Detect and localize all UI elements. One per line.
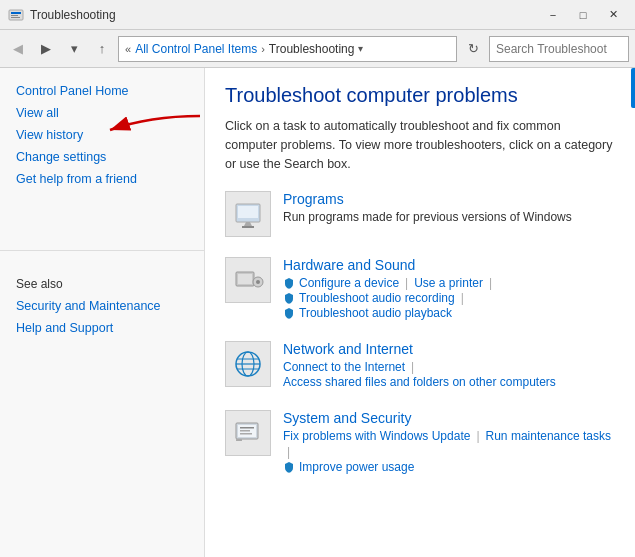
svg-rect-9 bbox=[242, 226, 254, 228]
power-usage-link[interactable]: Improve power usage bbox=[299, 460, 414, 474]
network-icon bbox=[225, 341, 271, 387]
window-icon bbox=[8, 7, 24, 23]
title-bar: Troubleshooting − □ ✕ bbox=[0, 0, 635, 30]
svg-marker-8 bbox=[244, 222, 252, 226]
programs-info: Programs Run programs made for previous … bbox=[283, 191, 572, 224]
sidebar-item-help[interactable]: Help and Support bbox=[0, 317, 204, 339]
content-area: Troubleshoot computer problems Click on … bbox=[205, 68, 635, 557]
windows-update-link[interactable]: Fix problems with Windows Update bbox=[283, 429, 470, 443]
connect-internet-link[interactable]: Connect to the Internet bbox=[283, 360, 405, 374]
sidebar-divider bbox=[0, 250, 204, 251]
shared-files-link[interactable]: Access shared files and folders on other… bbox=[283, 375, 556, 389]
hardware-link-row-2: Troubleshoot audio recording | bbox=[283, 291, 496, 305]
category-network: Network and Internet Connect to the Inte… bbox=[225, 341, 615, 390]
address-bar: ◀ ▶ ▾ ↑ « All Control Panel Items › Trou… bbox=[0, 30, 635, 68]
category-programs: Programs Run programs made for previous … bbox=[225, 191, 615, 237]
sidebar-item-view-all[interactable]: View all bbox=[0, 102, 204, 124]
breadcrumb-dropdown-icon[interactable]: ▾ bbox=[358, 43, 363, 54]
sidebar-item-view-history[interactable]: View history bbox=[0, 124, 204, 146]
hardware-link-row-3: Troubleshoot audio playback bbox=[283, 306, 496, 320]
sep2: | bbox=[489, 276, 492, 290]
network-links: Connect to the Internet | Access shared … bbox=[283, 360, 556, 389]
title-bar-controls: − □ ✕ bbox=[539, 5, 627, 25]
sep6: | bbox=[287, 445, 290, 459]
audio-recording-link[interactable]: Troubleshoot audio recording bbox=[299, 291, 455, 305]
svg-rect-1 bbox=[11, 12, 21, 14]
sidebar-item-change-settings[interactable]: Change settings bbox=[0, 146, 204, 168]
svg-rect-21 bbox=[240, 427, 254, 429]
system-icon bbox=[225, 410, 271, 456]
system-links: Fix problems with Windows Update | Run m… bbox=[283, 429, 615, 474]
back-button[interactable]: ◀ bbox=[6, 37, 30, 61]
hardware-links: Configure a device | Use a printer | Tro… bbox=[283, 276, 496, 320]
system-info: System and Security Fix problems with Wi… bbox=[283, 410, 615, 475]
search-input[interactable] bbox=[490, 42, 635, 56]
maximize-button[interactable]: □ bbox=[569, 5, 597, 25]
hardware-icon bbox=[225, 257, 271, 303]
programs-icon bbox=[225, 191, 271, 237]
page-title: Troubleshoot computer problems bbox=[225, 84, 615, 107]
system-title[interactable]: System and Security bbox=[283, 410, 615, 426]
sidebar-item-control-panel-home[interactable]: Control Panel Home bbox=[0, 80, 204, 102]
close-button[interactable]: ✕ bbox=[599, 5, 627, 25]
breadcrumb-allcontrol: All Control Panel Items bbox=[135, 42, 257, 56]
minimize-button[interactable]: − bbox=[539, 5, 567, 25]
search-box bbox=[489, 36, 629, 62]
breadcrumb-root: « bbox=[125, 43, 131, 55]
network-link-row-2: Access shared files and folders on other… bbox=[283, 375, 556, 389]
network-link-row-1: Connect to the Internet | bbox=[283, 360, 556, 374]
sep1: | bbox=[405, 276, 408, 290]
hardware-title[interactable]: Hardware and Sound bbox=[283, 257, 496, 273]
svg-rect-2 bbox=[11, 15, 18, 16]
system-link-row-1: Fix problems with Windows Update | Run m… bbox=[283, 429, 615, 459]
network-title[interactable]: Network and Internet bbox=[283, 341, 556, 357]
forward-button[interactable]: ▶ bbox=[34, 37, 58, 61]
breadcrumb-sep1: › bbox=[261, 43, 265, 55]
refresh-button[interactable]: ↻ bbox=[461, 37, 485, 61]
hardware-info: Hardware and Sound Configure a device | … bbox=[283, 257, 496, 321]
page-description: Click on a task to automatically trouble… bbox=[225, 117, 615, 173]
system-link-row-2: Improve power usage bbox=[283, 460, 615, 474]
maintenance-tasks-link[interactable]: Run maintenance tasks bbox=[486, 429, 611, 443]
svg-rect-3 bbox=[11, 17, 20, 18]
hardware-link-row-1: Configure a device | Use a printer | bbox=[283, 276, 496, 290]
sidebar-item-security[interactable]: Security and Maintenance bbox=[0, 295, 204, 317]
svg-point-13 bbox=[256, 280, 260, 284]
audio-playback-link[interactable]: Troubleshoot audio playback bbox=[299, 306, 452, 320]
programs-title[interactable]: Programs bbox=[283, 191, 572, 207]
use-printer-link[interactable]: Use a printer bbox=[414, 276, 483, 290]
svg-rect-11 bbox=[238, 274, 252, 284]
sidebar-item-get-help[interactable]: Get help from a friend bbox=[0, 168, 204, 190]
svg-rect-24 bbox=[236, 439, 242, 441]
sep3: | bbox=[461, 291, 464, 305]
category-hardware: Hardware and Sound Configure a device | … bbox=[225, 257, 615, 321]
sep4: | bbox=[411, 360, 414, 374]
configure-device-link[interactable]: Configure a device bbox=[299, 276, 399, 290]
svg-rect-7 bbox=[238, 206, 258, 218]
recent-button[interactable]: ▾ bbox=[62, 37, 86, 61]
category-system: System and Security Fix problems with Wi… bbox=[225, 410, 615, 475]
svg-rect-22 bbox=[240, 430, 250, 432]
main-layout: Control Panel Home View all View history… bbox=[0, 68, 635, 557]
network-info: Network and Internet Connect to the Inte… bbox=[283, 341, 556, 390]
up-button[interactable]: ↑ bbox=[90, 37, 114, 61]
blue-accent bbox=[631, 68, 635, 108]
svg-rect-23 bbox=[240, 433, 252, 435]
sep5: | bbox=[476, 429, 479, 443]
breadcrumb-current: Troubleshooting bbox=[269, 42, 355, 56]
title-bar-text: Troubleshooting bbox=[30, 8, 539, 22]
sidebar: Control Panel Home View all View history… bbox=[0, 68, 205, 557]
see-also-label: See also bbox=[0, 259, 204, 295]
breadcrumb[interactable]: « All Control Panel Items › Troubleshoot… bbox=[118, 36, 457, 62]
programs-subtitle: Run programs made for previous versions … bbox=[283, 210, 572, 224]
